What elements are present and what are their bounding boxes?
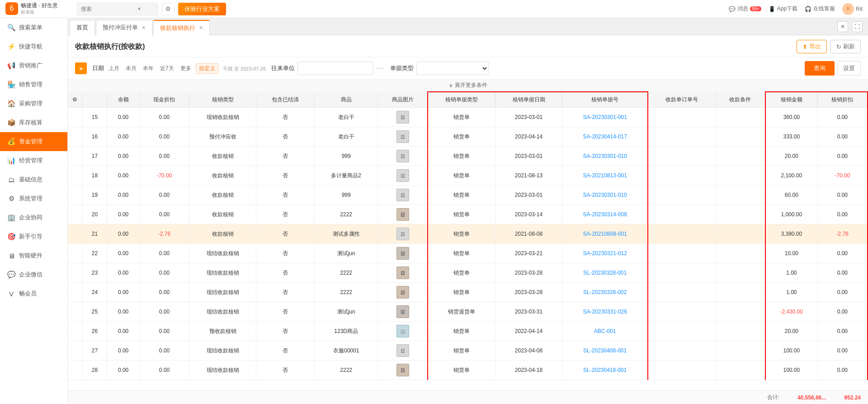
td-gear-12: [68, 341, 82, 361]
sidebar-item-finance[interactable]: 💰 资金管理: [0, 132, 67, 151]
app-download-btn[interactable]: 📱 App下载: [769, 5, 797, 13]
td-bill-type-1: 销货单: [428, 127, 495, 147]
td-write-off-discount-11: 0.00: [817, 322, 868, 341]
bill-no-link-4[interactable]: SA-20230301-010: [583, 192, 627, 198]
bill-no-link-2[interactable]: SA-20230301-010: [583, 153, 627, 159]
date-btn-custom[interactable]: 自定义: [196, 63, 218, 74]
search-box[interactable]: ▼: [77, 3, 158, 15]
settings-button[interactable]: ⚙: [162, 3, 175, 15]
sidebar-label-wechat: 企业微信: [19, 271, 42, 279]
voucher-label: 单据类型: [390, 64, 414, 72]
search-input[interactable]: [81, 6, 135, 12]
th-gear[interactable]: ⚙: [68, 92, 82, 108]
tab-receipt[interactable]: 收款核销执行 ✕: [153, 20, 210, 35]
export-button[interactable]: ⬆ 导出: [797, 40, 827, 53]
sidebar-label-vip: 畅会员: [19, 290, 37, 298]
bill-no-link-5[interactable]: SA-20230314-008: [583, 211, 627, 218]
expand-more-bar[interactable]: ∨ 展开更多条件: [68, 80, 868, 91]
quicknav-icon: ⚡: [7, 43, 15, 51]
expand-more-label: 展开更多条件: [455, 81, 487, 89]
sidebar-item-purchase[interactable]: 🏠 采购管理: [0, 94, 67, 113]
sidebar-label-operations: 经营管理: [19, 157, 42, 165]
td-write-off-amount-12: 100.00: [765, 341, 817, 361]
message-btn[interactable]: 💬 消息 99+: [729, 5, 761, 13]
bill-no-link-11[interactable]: ABC-001: [594, 328, 616, 334]
voucher-select[interactable]: [416, 62, 489, 75]
refresh-label: 刷新: [843, 43, 855, 51]
date-btn-last-month[interactable]: 上月: [107, 64, 121, 73]
sidebar-item-vip[interactable]: V 畅会员: [0, 284, 67, 303]
td-bill-date-2: 2023-03-01: [495, 147, 562, 166]
bill-no-link-7[interactable]: SA-20230321-012: [583, 250, 627, 257]
setting-button[interactable]: 设置: [837, 61, 861, 76]
sidebar-label-sales: 销售管理: [19, 81, 42, 89]
bill-no-link-6[interactable]: SA-20210808-001: [583, 231, 627, 237]
date-btn-more[interactable]: 更多: [179, 64, 193, 73]
sidebar-item-sales[interactable]: 🏪 销售管理: [0, 75, 67, 94]
date-btn-7days[interactable]: 近7天: [158, 64, 176, 73]
td-goods-1: 老白干: [315, 127, 378, 147]
td-included-1: 否: [256, 127, 315, 147]
bill-no-link-10[interactable]: SA-20230331-026: [583, 309, 627, 315]
date-btn-this-month[interactable]: 本月: [124, 64, 138, 73]
sidebar-item-hardware[interactable]: 🖥 智能硬件: [0, 246, 67, 265]
bill-no-link-12[interactable]: SL-20230408-001: [583, 347, 627, 354]
sidebar-item-newbie[interactable]: 🎯 新手引导: [0, 227, 67, 246]
tab-prepay-close[interactable]: ✕: [142, 25, 146, 31]
td-gear-10: [68, 302, 82, 322]
td-receipt-condition-1: [715, 127, 765, 147]
td-receipt-condition-12: [715, 341, 765, 361]
td-write-off-discount-4: 0.00: [817, 185, 868, 205]
tab-receipt-close[interactable]: ✕: [199, 25, 203, 31]
expand-icon: ∨: [449, 82, 453, 89]
td-write-off-discount-10: 0.00: [817, 302, 868, 322]
filter-expand-btn[interactable]: »: [75, 62, 87, 74]
sidebar-item-search[interactable]: 🔍 搜索菜单: [0, 18, 67, 37]
refresh-button[interactable]: ↻ 刷新: [830, 40, 861, 53]
bill-no-link-0[interactable]: SA-20230301-001: [583, 114, 627, 120]
td-receipt-condition-2: [715, 147, 765, 166]
date-label: 日期: [92, 64, 104, 72]
th-receipt-condition: 收款条件: [715, 92, 765, 108]
tab-fullscreen-btn[interactable]: ⛶: [852, 21, 863, 32]
sidebar-item-baseinfo[interactable]: 🗂 基础信息: [0, 170, 67, 189]
sidebar-item-marketing[interactable]: 📢 营销推广: [0, 56, 67, 75]
user-info[interactable]: R Rit: [842, 3, 863, 15]
sidebar-item-inventory[interactable]: 📦 库存核算: [0, 113, 67, 132]
td-cash-discount-8: 0.00: [139, 263, 189, 283]
top-right-actions: 💬 消息 99+ 📱 App下载 🎧 在线客服 R Rit: [729, 3, 863, 15]
td-receipt-condition-5: [715, 205, 765, 224]
partner-ellipsis[interactable]: ···: [376, 64, 385, 72]
date-btn-this-year[interactable]: 本年: [141, 64, 156, 73]
td-goods-10: 测试jun: [315, 302, 378, 322]
table-header-row: ⚙ 余额 现金折扣 核销类型 包含已结清 商品 商品图片 核销单据类型 核销单据…: [68, 92, 868, 108]
tab-close-btn[interactable]: ✕: [837, 21, 848, 32]
bill-no-link-13[interactable]: SL-20230418-001: [583, 367, 627, 373]
td-cash-discount-9: 0.00: [139, 283, 189, 302]
tab-prepay[interactable]: 预付冲应付单 ✕: [96, 20, 152, 35]
bill-no-link-3[interactable]: SA-20210813-001: [583, 172, 627, 179]
th-write-off-amount: 核销金额: [765, 92, 817, 108]
query-button[interactable]: 查询: [805, 61, 835, 76]
filter-bar: » 日期 上月 本月 本年 近7天 更多 自定义 不限 至 2023-07-26…: [68, 57, 868, 80]
service-btn[interactable]: 🎧 在线客服: [805, 5, 835, 13]
td-included-6: 否: [256, 224, 315, 244]
td-bill-no-5: SA-20230314-008: [562, 205, 648, 224]
td-bill-type-13: 销货单: [428, 361, 495, 380]
td-included-4: 否: [256, 185, 315, 205]
tab-home[interactable]: 首页: [70, 20, 95, 35]
td-write-off-discount-0: 0.00: [817, 108, 868, 127]
sidebar-item-system[interactable]: ⚙ 系统管理: [0, 189, 67, 208]
bill-no-link-8[interactable]: SL-20230328-001: [583, 270, 627, 276]
refresh-icon: ↻: [836, 43, 841, 50]
sidebar-item-quicknav[interactable]: ⚡ 快捷导航: [0, 37, 67, 56]
partner-input[interactable]: [297, 62, 373, 75]
sidebar-item-wechat[interactable]: 💬 企业微信: [0, 265, 67, 284]
sidebar-item-operations[interactable]: 📊 经营管理: [0, 151, 67, 170]
bill-no-link-1[interactable]: SA-20230414-017: [583, 133, 627, 140]
industry-btn[interactable]: 休验行业方案: [178, 3, 226, 15]
sidebar-item-enterprise[interactable]: 🏢 企业协同: [0, 208, 67, 227]
table-wrapper[interactable]: ⚙ 余额 现金折扣 核销类型 包含已结清 商品 商品图片 核销单据类型 核销单据…: [68, 91, 868, 390]
wechat-icon: 💬: [7, 271, 15, 279]
bill-no-link-9[interactable]: SL-20230328-002: [583, 289, 627, 295]
